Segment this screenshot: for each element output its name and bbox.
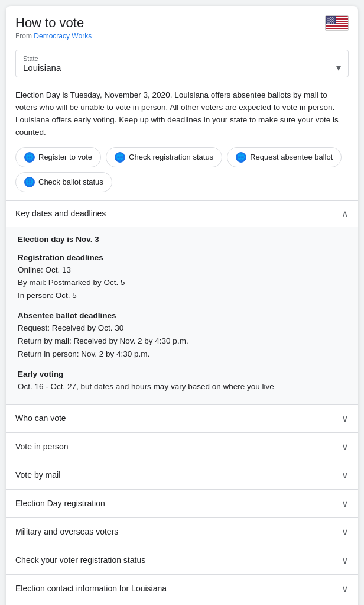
collapsible-section-0[interactable]: Who can vote ∨: [6, 404, 358, 432]
svg-rect-9: [326, 27, 349, 28]
state-select-row: Louisiana ▾: [23, 62, 341, 73]
absentee-button-label: Request absentee ballot: [250, 153, 333, 161]
svg-point-25: [330, 19, 332, 20]
state-selector[interactable]: State Louisiana ▾: [15, 50, 349, 77]
kd-absentee-line2: Return by mail: Received by Nov. 2 by 4:…: [18, 335, 346, 348]
svg-point-27: [334, 19, 335, 20]
svg-point-22: [333, 18, 334, 19]
kd-absentee-line3: Return in person: Nov. 2 by 4:30 p.m.: [18, 348, 346, 361]
check-registration-button[interactable]: 🌐 Check registration status: [106, 147, 222, 167]
state-label: State: [23, 55, 341, 62]
chevron-up-icon: ∧: [342, 208, 349, 219]
kd-election-day: Election day is Nov. 3: [18, 235, 346, 244]
collapsible-label-3: Election Day registration: [15, 499, 105, 508]
collapsible-label-1: Vote in person: [15, 442, 69, 451]
key-dates-header[interactable]: Key dates and deadlines ∧: [6, 201, 358, 227]
request-absentee-button[interactable]: 🌐 Request absentee ballot: [227, 147, 342, 167]
collapsible-section-2[interactable]: Vote by mail ∨: [6, 461, 358, 489]
kd-early-voting-heading: Early voting: [18, 370, 346, 378]
svg-point-36: [334, 21, 335, 22]
svg-point-30: [331, 20, 332, 21]
kd-registration-line2: By mail: Postmarked by Oct. 5: [18, 276, 346, 289]
chevron-down-icon: ▾: [336, 62, 341, 73]
check-reg-button-label: Check registration status: [129, 153, 213, 161]
kd-registration: Registration deadlines Online: Oct. 13 B…: [18, 253, 346, 302]
svg-rect-11: [326, 29, 349, 30]
kd-registration-heading: Registration deadlines: [18, 253, 346, 262]
collapsible-label-0: Who can vote: [15, 413, 66, 423]
us-flag-icon: [325, 15, 349, 31]
source-link[interactable]: Democracy Works: [34, 32, 92, 40]
state-value: Louisiana: [23, 63, 61, 73]
svg-point-14: [327, 17, 328, 18]
main-card: How to vote From Democracy Works: [6, 6, 358, 605]
svg-point-15: [329, 17, 330, 18]
svg-point-40: [333, 22, 334, 24]
svg-point-24: [329, 19, 330, 20]
chevron-down-icon-1: ∨: [342, 441, 349, 452]
svg-rect-10: [326, 28, 349, 29]
svg-point-39: [331, 22, 332, 24]
svg-point-17: [332, 17, 333, 18]
kd-absentee: Absentee ballot deadlines Request: Recei…: [18, 311, 346, 360]
svg-point-38: [329, 22, 330, 24]
globe-icon-absentee: 🌐: [236, 152, 246, 163]
chevron-down-icon-2: ∨: [342, 470, 349, 481]
collapsible-section-4[interactable]: Military and overseas voters ∨: [6, 517, 358, 546]
svg-point-34: [330, 21, 332, 22]
header-left: How to vote From Democracy Works: [15, 15, 92, 40]
svg-point-28: [327, 20, 329, 21]
collapsible-label-4: Military and overseas voters: [15, 527, 118, 536]
svg-point-23: [327, 19, 328, 20]
svg-point-18: [334, 17, 335, 18]
globe-icon-ballot: 🌐: [24, 177, 35, 187]
svg-rect-7: [326, 24, 349, 25]
svg-point-16: [330, 17, 332, 18]
globe-icon-register: 🌐: [24, 152, 35, 163]
collapsible-section-3[interactable]: Election Day registration ∨: [6, 489, 358, 517]
chevron-down-icon-6: ∨: [342, 583, 349, 594]
key-dates-section: Key dates and deadlines ∧ Election day i…: [6, 200, 358, 404]
collapsible-section-6[interactable]: Election contact information for Louisia…: [6, 574, 358, 603]
collapsible-label-6: Election contact information for Louisia…: [15, 584, 167, 593]
page-title: How to vote: [15, 15, 92, 31]
collapsible-label-5: Check your voter registration status: [15, 555, 145, 565]
svg-point-20: [329, 18, 330, 19]
kd-election-day-heading: Election day is Nov. 3: [18, 235, 346, 244]
register-to-vote-button[interactable]: 🌐 Register to vote: [15, 147, 101, 167]
svg-rect-8: [326, 25, 349, 27]
collapsible-label-2: Vote by mail: [15, 470, 60, 480]
show-less-row[interactable]: ∧ Show less: [6, 603, 358, 605]
chevron-down-icon-5: ∨: [342, 555, 349, 566]
from-line: From Democracy Works: [15, 32, 92, 40]
action-buttons-row: 🌐 Register to vote 🌐 Check registration …: [6, 147, 358, 200]
svg-point-33: [329, 21, 330, 22]
svg-point-31: [333, 20, 334, 21]
collapsible-section-1[interactable]: Vote in person ∨: [6, 432, 358, 461]
chevron-down-icon-3: ∨: [342, 498, 349, 509]
chevron-down-icon-0: ∨: [342, 413, 349, 424]
key-dates-title: Key dates and deadlines: [15, 209, 106, 218]
kd-early-voting: Early voting Oct. 16 - Oct. 27, but date…: [18, 370, 346, 393]
kd-absentee-line1: Request: Received by Oct. 30: [18, 322, 346, 335]
key-dates-content: Election day is Nov. 3 Registration dead…: [6, 227, 358, 404]
svg-point-35: [332, 21, 333, 22]
svg-point-21: [331, 18, 332, 19]
svg-point-32: [327, 21, 328, 22]
from-label: From: [15, 32, 32, 40]
svg-point-37: [327, 22, 329, 24]
collapsible-section-5[interactable]: Check your voter registration status ∨: [6, 546, 358, 574]
svg-point-19: [327, 18, 329, 19]
description-text: Election Day is Tuesday, November 3, 202…: [6, 85, 358, 147]
header: How to vote From Democracy Works: [6, 6, 358, 45]
kd-absentee-heading: Absentee ballot deadlines: [18, 311, 346, 320]
check-ballot-status-button[interactable]: 🌐 Check ballot status: [15, 172, 112, 192]
kd-registration-line1: Online: Oct. 13: [18, 264, 346, 277]
svg-point-29: [329, 20, 330, 21]
chevron-down-icon-4: ∨: [342, 526, 349, 538]
register-button-label: Register to vote: [38, 153, 92, 161]
kd-registration-line3: In person: Oct. 5: [18, 289, 346, 302]
svg-point-26: [332, 19, 333, 20]
globe-icon-check-reg: 🌐: [115, 152, 125, 163]
svg-rect-12: [326, 30, 349, 31]
